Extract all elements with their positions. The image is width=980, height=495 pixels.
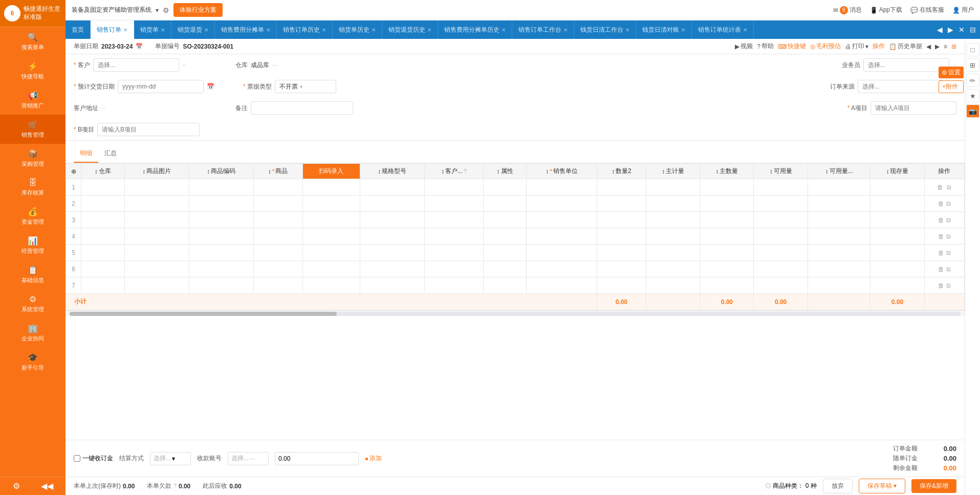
- row-copy-icon[interactable]: ⧉: [947, 184, 951, 191]
- tab-next-icon[interactable]: ▶: [946, 25, 955, 35]
- tab-close-all-icon[interactable]: ✕: [956, 25, 967, 35]
- account-select[interactable]: 选择... ···: [228, 452, 269, 465]
- right-panel-icon-2[interactable]: ⊞: [966, 58, 979, 72]
- address-more-icon[interactable]: ···: [101, 105, 105, 111]
- tab-close-icon[interactable]: ✕: [204, 27, 208, 33]
- customer-input[interactable]: [93, 58, 179, 72]
- tab-sales-order[interactable]: 销售订单 ✕: [91, 20, 134, 39]
- topbar-user[interactable]: 👤 用户: [952, 6, 974, 14]
- tab-close-icon[interactable]: ✕: [161, 27, 165, 33]
- tab-sales-invoice[interactable]: 销货单 ✕: [134, 20, 171, 39]
- row-copy-icon[interactable]: ⧉: [946, 249, 951, 256]
- tab-close-icon[interactable]: ✕: [123, 27, 127, 33]
- right-panel-icon-3[interactable]: ✏: [966, 74, 979, 87]
- nav-next-icon[interactable]: ▶: [935, 43, 940, 50]
- save-new-button[interactable]: 保存&新增: [911, 479, 956, 493]
- cell-main-qty[interactable]: [700, 179, 754, 196]
- a-project-input[interactable]: [870, 101, 956, 115]
- list-view-icon[interactable]: ≡: [944, 43, 947, 50]
- topbar-app[interactable]: 📱 App下载: [870, 6, 902, 14]
- sidebar-item-marketing[interactable]: 📢 营销推广: [0, 85, 66, 115]
- print-btn[interactable]: 🖨 打印 ▾: [845, 42, 868, 51]
- card-view-icon[interactable]: ⊞: [951, 43, 956, 50]
- history-btn[interactable]: 📋 历史单据: [889, 42, 922, 51]
- tab-home[interactable]: 首页: [66, 20, 91, 39]
- right-panel-icon-4[interactable]: ★: [966, 89, 979, 102]
- discard-button[interactable]: 放弃: [823, 479, 853, 493]
- cell-unit[interactable]: [527, 179, 597, 196]
- tab-close-icon[interactable]: ✕: [372, 27, 376, 33]
- row-delete-icon[interactable]: 🗑: [938, 233, 944, 240]
- b-project-input[interactable]: [97, 123, 200, 136]
- topbar-service[interactable]: 💬 在线客服: [910, 6, 944, 14]
- tab-sales-fee[interactable]: 销售费用分摊单 ✕: [215, 20, 277, 39]
- cell-warehouse[interactable]: [81, 179, 125, 196]
- row-delete-icon[interactable]: 🗑: [937, 184, 943, 191]
- sidebar-item-purchase[interactable]: 📦 采购管理: [0, 144, 66, 173]
- row-copy-icon[interactable]: ⧉: [946, 200, 951, 207]
- row-delete-icon[interactable]: 🗑: [938, 282, 944, 289]
- tab-close-icon[interactable]: ✕: [266, 27, 270, 33]
- th-scan[interactable]: 扫码录入: [302, 164, 360, 179]
- solution-button[interactable]: 体验行业方案: [173, 3, 223, 17]
- tab-close-icon[interactable]: ✕: [322, 27, 326, 33]
- payment-select[interactable]: 选择... ▾: [150, 452, 191, 465]
- tab-summary[interactable]: 汇总: [98, 145, 123, 163]
- cell-spec[interactable]: [360, 179, 424, 196]
- amount-input[interactable]: [275, 452, 359, 465]
- remark-input[interactable]: [251, 101, 353, 115]
- save-draft-dropdown-icon[interactable]: ▾: [894, 482, 897, 489]
- right-panel-icon-5[interactable]: 📷: [966, 104, 979, 118]
- scrollbar-thumb[interactable]: [70, 312, 337, 316]
- sidebar-item-operations[interactable]: 📊 经营管理: [0, 231, 66, 260]
- tab-return-history[interactable]: 销货退货历史 ✕: [382, 20, 438, 39]
- tab-sales-return[interactable]: 销货退货 ✕: [171, 20, 215, 39]
- tab-close-icon[interactable]: ✕: [427, 27, 431, 33]
- cell-customer-code[interactable]: [424, 179, 483, 196]
- sidebar-settings-icon[interactable]: ⚙: [13, 481, 20, 491]
- tab-prev-icon[interactable]: ◀: [935, 25, 945, 35]
- right-panel-icon-1[interactable]: □: [966, 43, 979, 56]
- sidebar-item-sales[interactable]: 🛒 销售管理: [0, 115, 66, 144]
- system-dropdown[interactable]: ▾: [156, 7, 159, 14]
- tab-close-icon[interactable]: ✕: [502, 27, 506, 33]
- topbar-msg[interactable]: ✉ 9 消息: [833, 6, 862, 14]
- warehouse-more-icon[interactable]: ···: [272, 62, 276, 68]
- order-source-input[interactable]: [858, 80, 944, 93]
- tab-daily-workbench[interactable]: 钱货日清工作台 ✕: [574, 20, 636, 39]
- tab-sales-history[interactable]: 销售订单历史 ✕: [277, 20, 333, 39]
- cell-qty2[interactable]: [597, 179, 646, 196]
- delivery-input[interactable]: [118, 80, 204, 93]
- sidebar-item-finance[interactable]: 💰 资金管理: [0, 202, 66, 231]
- tab-menu-icon[interactable]: ⊟: [968, 25, 978, 35]
- sidebar-item-basic[interactable]: 📋 基础信息: [0, 260, 66, 289]
- row-delete-icon[interactable]: 🗑: [938, 217, 944, 224]
- sidebar-item-inventory[interactable]: 🗄 库存核算: [0, 173, 66, 202]
- tab-invoice-history[interactable]: 销货单历史 ✕: [333, 20, 382, 39]
- add-button[interactable]: ● 添加: [365, 454, 382, 463]
- sidebar-item-enterprise[interactable]: 🏢 企业协同: [0, 318, 66, 348]
- save-draft-button[interactable]: 保存草稿 ▾: [859, 479, 905, 493]
- row-delete-icon[interactable]: 🗑: [938, 249, 944, 256]
- tab-stats[interactable]: 销售订单统计表 ✕: [692, 20, 754, 39]
- invoice-select[interactable]: 不开票 ▾: [275, 80, 336, 93]
- tab-close-icon[interactable]: ✕: [563, 27, 568, 33]
- sidebar-item-system[interactable]: ⚙ 系统管理: [0, 289, 66, 318]
- tab-reconcile[interactable]: 钱货日清对账 ✕: [636, 20, 692, 39]
- attachment-quick-btn[interactable]: +附件: [939, 80, 964, 93]
- sidebar-item-quicknav[interactable]: ⚡ 快捷导航: [0, 56, 66, 85]
- date-picker-icon[interactable]: 📅: [136, 43, 143, 50]
- tab-fee-history[interactable]: 销售费用分摊单历史 ✕: [438, 20, 512, 39]
- row-copy-icon[interactable]: ⧉: [946, 233, 951, 240]
- sidebar-item-guide[interactable]: 🎓 新手引导: [0, 348, 66, 377]
- shortcut-btn[interactable]: ⌨ 快捷键: [778, 42, 806, 51]
- tab-close-icon[interactable]: ✕: [743, 27, 747, 33]
- one-click-checkbox[interactable]: [74, 455, 80, 462]
- settings-quick-btn[interactable]: ⚙ 设置: [939, 67, 964, 78]
- nav-prev-icon[interactable]: ◀: [926, 43, 931, 50]
- salesperson-input[interactable]: [863, 58, 949, 72]
- profit-btn[interactable]: ◎ 毛利预估: [810, 42, 841, 51]
- tab-close-icon[interactable]: ✕: [681, 27, 685, 33]
- sidebar-item-search[interactable]: 🔍 搜索菜单: [0, 27, 66, 56]
- row-copy-icon[interactable]: ⧉: [946, 282, 951, 289]
